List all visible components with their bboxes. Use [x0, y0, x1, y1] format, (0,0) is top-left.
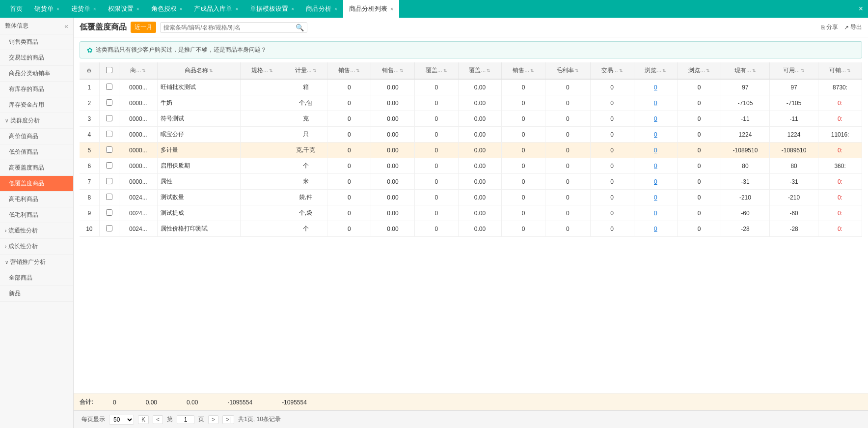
sidebar-item-low-value[interactable]: 低价值商品: [0, 144, 73, 160]
row-checkbox[interactable]: [106, 131, 112, 137]
sidebar-group-cluster[interactable]: ∨ 类群度分析: [0, 113, 73, 129]
page-number-input[interactable]: [177, 415, 194, 424]
sidebar-item-category-sales-rate[interactable]: 商品分类动销率: [0, 66, 73, 82]
row-browse1[interactable]: 0: [634, 205, 678, 221]
row-checkbox[interactable]: [106, 84, 112, 90]
prev-page-button[interactable]: <: [153, 415, 163, 424]
nav-close-goods-list[interactable]: ×: [390, 6, 393, 12]
row-current-stock: -210: [721, 190, 769, 205]
row-browse1[interactable]: 0: [634, 158, 678, 174]
row-checkbox-cell[interactable]: [99, 190, 119, 205]
col-current-stock[interactable]: 现有...⇅: [721, 62, 769, 79]
col-coverage2[interactable]: 覆盖...⇅: [458, 62, 502, 79]
sidebar-item-low-coverage[interactable]: 低覆盖度商品: [0, 176, 73, 192]
col-trade[interactable]: 交易...⇅: [590, 62, 634, 79]
col-spec[interactable]: 规格...⇅: [241, 62, 284, 79]
nav-template[interactable]: 单据模板设置 ×: [244, 0, 300, 18]
row-checkbox-cell[interactable]: [99, 79, 119, 95]
sidebar-overall-section[interactable]: 整体信息 «: [0, 18, 73, 34]
nav-permissions[interactable]: 权限设置 ×: [102, 0, 145, 18]
col-settings[interactable]: ⚙: [80, 62, 99, 79]
last-page-button[interactable]: >|: [222, 415, 234, 424]
row-code: 0000...: [119, 143, 157, 158]
nav-goods-analysis-list[interactable]: 商品分析列表 ×: [343, 0, 399, 18]
sidebar-item-new-goods[interactable]: 新品: [0, 286, 73, 302]
window-close-button[interactable]: ×: [859, 4, 863, 13]
sidebar-item-high-coverage[interactable]: 高覆盖度商品: [0, 160, 73, 176]
col-checkbox[interactable]: [99, 62, 119, 79]
row-browse1[interactable]: 0: [634, 174, 678, 190]
filter-recent-month-button[interactable]: 近一月: [131, 22, 156, 33]
row-checkbox[interactable]: [106, 194, 112, 200]
row-browse1[interactable]: 0: [634, 111, 678, 127]
row-checkbox[interactable]: [106, 225, 112, 231]
page-size-select[interactable]: 50 20 100: [109, 415, 134, 425]
sidebar-item-high-margin[interactable]: 高毛利商品: [0, 192, 73, 207]
nav-close-roles[interactable]: ×: [180, 6, 183, 12]
sidebar-item-low-margin[interactable]: 低毛利商品: [0, 207, 73, 223]
row-checkbox[interactable]: [106, 99, 112, 106]
row-checkbox-cell[interactable]: [99, 158, 119, 174]
sidebar-group-flow[interactable]: › 流通性分析: [0, 223, 73, 239]
first-page-button[interactable]: K: [138, 415, 149, 424]
col-unit[interactable]: 计量...⇅: [284, 62, 327, 79]
col-browse1[interactable]: 浏览...⇅: [634, 62, 678, 79]
row-browse1[interactable]: 0: [634, 143, 678, 158]
row-checkbox-cell[interactable]: [99, 221, 119, 237]
col-code[interactable]: 商...⇅: [119, 62, 157, 79]
nav-finished-goods[interactable]: 产成品入库单 ×: [188, 0, 244, 18]
sidebar-item-inventory-funds[interactable]: 库存资金占用: [0, 97, 73, 113]
sidebar-item-all-goods[interactable]: 全部商品: [0, 270, 73, 286]
sidebar-group-growth[interactable]: › 成长性分析: [0, 239, 73, 255]
sidebar-collapse-icon[interactable]: «: [64, 22, 68, 30]
col-margin[interactable]: 毛利率⇅: [545, 62, 591, 79]
row-name: 属性: [157, 174, 241, 190]
row-checkbox[interactable]: [106, 178, 112, 184]
col-sales3[interactable]: 销售...⇅: [502, 62, 545, 79]
row-browse1[interactable]: 0: [634, 190, 678, 205]
col-available-stock[interactable]: 可用...⇅: [770, 62, 818, 79]
row-browse1[interactable]: 0: [634, 79, 678, 95]
nav-close-sales[interactable]: ×: [56, 6, 59, 12]
sidebar-item-traded-goods[interactable]: 交易过的商品: [0, 50, 73, 66]
nav-close-template[interactable]: ×: [291, 6, 294, 12]
col-browse2[interactable]: 浏览...⇅: [678, 62, 721, 79]
nav-close-goods-analysis[interactable]: ×: [334, 6, 337, 12]
row-checkbox-cell[interactable]: [99, 95, 119, 111]
nav-purchase[interactable]: 进货单 ×: [65, 0, 102, 18]
row-checkbox-cell[interactable]: [99, 111, 119, 127]
sidebar-group-marketing[interactable]: ∨ 营销推广分析: [0, 255, 73, 270]
share-button[interactable]: ⎘ 分享: [821, 23, 838, 31]
row-checkbox[interactable]: [106, 146, 112, 153]
sidebar-item-high-value[interactable]: 高价值商品: [0, 129, 73, 144]
nav-goods-analysis[interactable]: 商品分析 ×: [300, 0, 343, 18]
row-checkbox-cell[interactable]: [99, 174, 119, 190]
row-no: 9: [80, 205, 99, 221]
row-checkbox-cell[interactable]: [99, 127, 119, 143]
row-checkbox[interactable]: [106, 115, 112, 121]
row-checkbox[interactable]: [106, 162, 112, 169]
row-checkbox[interactable]: [106, 209, 112, 216]
col-saleable[interactable]: 可销...⇅: [818, 62, 862, 79]
row-browse1[interactable]: 0: [634, 127, 678, 143]
nav-roles[interactable]: 角色授权 ×: [145, 0, 189, 18]
search-input[interactable]: [163, 24, 296, 31]
col-sales-amt[interactable]: 销售...⇅: [371, 62, 415, 79]
next-page-button[interactable]: >: [208, 415, 218, 424]
col-sales-qty[interactable]: 销售...⇅: [327, 62, 371, 79]
col-coverage1[interactable]: 覆盖...⇅: [414, 62, 458, 79]
nav-sales-order[interactable]: 销货单 ×: [28, 0, 65, 18]
row-checkbox-cell[interactable]: [99, 205, 119, 221]
nav-close-finished[interactable]: ×: [235, 6, 238, 12]
row-checkbox-cell[interactable]: [99, 143, 119, 158]
sidebar-item-sales-goods[interactable]: 销售类商品: [0, 34, 73, 50]
row-browse1[interactable]: 0: [634, 221, 678, 237]
nav-close-purchase[interactable]: ×: [93, 6, 96, 12]
sidebar-item-stocked-goods[interactable]: 有库存的商品: [0, 82, 73, 97]
export-button[interactable]: ↗ 导出: [844, 23, 862, 31]
nav-close-permissions[interactable]: ×: [136, 6, 139, 12]
nav-home[interactable]: 首页: [4, 0, 28, 18]
col-name[interactable]: 商品名称⇅: [157, 62, 241, 79]
select-all-checkbox[interactable]: [106, 67, 112, 73]
row-browse1[interactable]: 0: [634, 95, 678, 111]
